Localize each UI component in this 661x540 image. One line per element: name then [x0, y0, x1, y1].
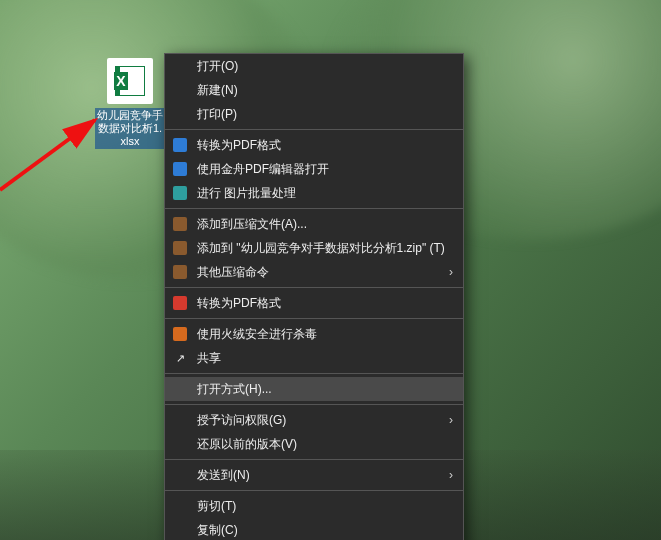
menu-share[interactable]: ↗ 共享: [165, 346, 463, 370]
menu-huorong-scan[interactable]: 使用火绒安全进行杀毒: [165, 322, 463, 346]
desktop-file-label: 幼儿园竞争手数据对比析1.xlsx: [95, 108, 165, 149]
desktop-wallpaper: 幼儿园竞争手数据对比析1.xlsx 打开(O) 新建(N) 打印(P) 转换为P…: [0, 0, 661, 540]
menu-separator: [165, 404, 463, 405]
archive-icon: [171, 215, 189, 233]
excel-file-icon: [107, 58, 153, 104]
menu-convert-pdf-2-label: 转换为PDF格式: [197, 295, 453, 312]
menu-convert-pdf-label: 转换为PDF格式: [197, 137, 453, 154]
pdf-red-icon: [171, 294, 189, 312]
menu-separator: [165, 318, 463, 319]
blank-icon: [171, 57, 189, 75]
context-menu: 打开(O) 新建(N) 打印(P) 转换为PDF格式 使用金舟PDF编辑器打开 …: [164, 53, 464, 540]
menu-cut-label: 剪切(T): [197, 498, 453, 515]
menu-share-label: 共享: [197, 350, 453, 367]
huorong-icon: [171, 325, 189, 343]
menu-open-with[interactable]: 打开方式(H)...: [165, 377, 463, 401]
blank-icon: [171, 105, 189, 123]
menu-convert-pdf[interactable]: 转换为PDF格式: [165, 133, 463, 157]
share-icon: ↗: [171, 349, 189, 367]
menu-new-label: 新建(N): [197, 82, 453, 99]
submenu-arrow-icon: ›: [449, 413, 453, 427]
menu-print-label: 打印(P): [197, 106, 453, 123]
menu-new[interactable]: 新建(N): [165, 78, 463, 102]
menu-add-archive-label: 添加到压缩文件(A)...: [197, 216, 453, 233]
menu-open[interactable]: 打开(O): [165, 54, 463, 78]
menu-restore-previous[interactable]: 还原以前的版本(V): [165, 432, 463, 456]
menu-print[interactable]: 打印(P): [165, 102, 463, 126]
blank-icon: [171, 521, 189, 539]
pdf-icon: [171, 136, 189, 154]
menu-grant-access-label: 授予访问权限(G): [197, 412, 441, 429]
menu-add-archive[interactable]: 添加到压缩文件(A)...: [165, 212, 463, 236]
menu-copy-label: 复制(C): [197, 522, 453, 539]
menu-separator: [165, 459, 463, 460]
jinzhou-icon: [171, 160, 189, 178]
menu-other-archive[interactable]: 其他压缩命令 ›: [165, 260, 463, 284]
menu-batch-image-label: 进行 图片批量处理: [197, 185, 453, 202]
batch-image-icon: [171, 184, 189, 202]
menu-open-label: 打开(O): [197, 58, 453, 75]
menu-jinzhou-pdf[interactable]: 使用金舟PDF编辑器打开: [165, 157, 463, 181]
blank-icon: [171, 435, 189, 453]
menu-cut[interactable]: 剪切(T): [165, 494, 463, 518]
menu-batch-image[interactable]: 进行 图片批量处理: [165, 181, 463, 205]
desktop-file-xlsx[interactable]: 幼儿园竞争手数据对比析1.xlsx: [98, 58, 162, 149]
menu-open-with-label: 打开方式(H)...: [197, 381, 453, 398]
blank-icon: [171, 497, 189, 515]
menu-other-archive-label: 其他压缩命令: [197, 264, 441, 281]
archive-icon: [171, 263, 189, 281]
menu-separator: [165, 373, 463, 374]
menu-jinzhou-pdf-label: 使用金舟PDF编辑器打开: [197, 161, 453, 178]
blank-icon: [171, 411, 189, 429]
blank-icon: [171, 380, 189, 398]
menu-convert-pdf-2[interactable]: 转换为PDF格式: [165, 291, 463, 315]
blank-icon: [171, 81, 189, 99]
archive-icon: [171, 239, 189, 257]
menu-huorong-label: 使用火绒安全进行杀毒: [197, 326, 453, 343]
menu-copy[interactable]: 复制(C): [165, 518, 463, 540]
menu-send-to-label: 发送到(N): [197, 467, 441, 484]
menu-separator: [165, 287, 463, 288]
blank-icon: [171, 466, 189, 484]
menu-restore-previous-label: 还原以前的版本(V): [197, 436, 453, 453]
menu-add-to-zip[interactable]: 添加到 "幼儿园竞争对手数据对比分析1.zip" (T): [165, 236, 463, 260]
menu-grant-access[interactable]: 授予访问权限(G) ›: [165, 408, 463, 432]
menu-separator: [165, 208, 463, 209]
menu-separator: [165, 490, 463, 491]
menu-separator: [165, 129, 463, 130]
svg-line-0: [0, 120, 95, 190]
menu-send-to[interactable]: 发送到(N) ›: [165, 463, 463, 487]
submenu-arrow-icon: ›: [449, 468, 453, 482]
submenu-arrow-icon: ›: [449, 265, 453, 279]
menu-add-to-zip-label: 添加到 "幼儿园竞争对手数据对比分析1.zip" (T): [197, 240, 453, 257]
